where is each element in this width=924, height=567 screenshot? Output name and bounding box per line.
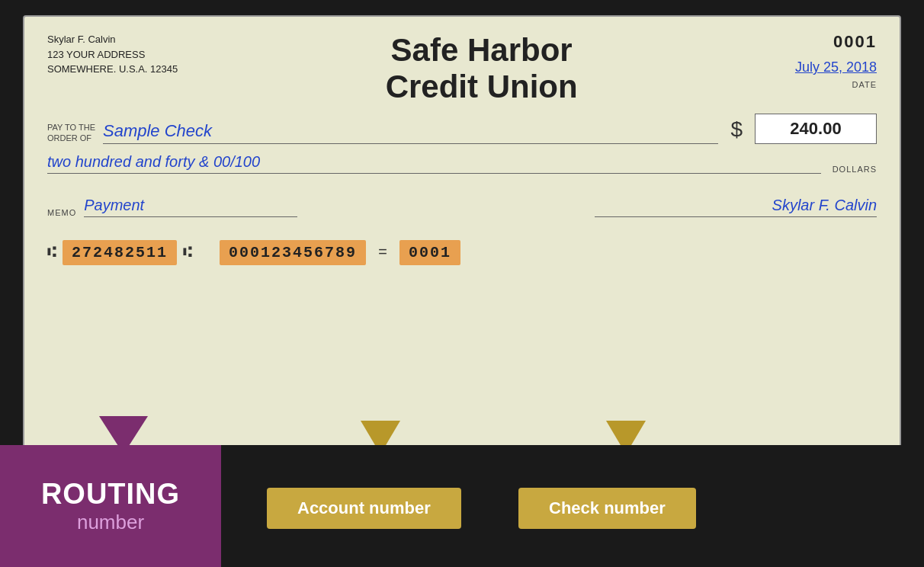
bottom-bar: ROUTING number Account number Check numb… <box>0 445 924 567</box>
micr-symbol-3: = <box>378 244 387 261</box>
dollar-sign: $ <box>730 117 743 144</box>
written-amount-row: two hundred and forty & 00/100 DOLLARS <box>47 153 877 174</box>
check-address: Skylar F. Calvin 123 YOUR ADDRESS SOMEWH… <box>47 32 178 77</box>
dollars-label: DOLLARS <box>833 165 877 174</box>
check-number-section: 0001 July 25, 2018 DATE <box>785 32 877 91</box>
owner-name: Skylar F. Calvin <box>47 32 178 47</box>
payto-line: Sample Check <box>103 121 718 144</box>
routing-number-micr: 272482511 <box>63 240 177 265</box>
check-header: Skylar F. Calvin 123 YOUR ADDRESS SOMEWH… <box>47 32 877 106</box>
signature-value: Skylar F. Calvin <box>772 197 877 213</box>
memo-label: MEMO <box>47 208 76 217</box>
memo-line: Payment <box>84 197 297 217</box>
micr-symbol-2: ⑆ <box>183 244 192 261</box>
account-number-label: Account number <box>297 498 431 517</box>
bank-name: Safe Harbor Credit Union <box>178 32 785 106</box>
memo-value: Payment <box>84 197 144 213</box>
account-number-micr: 000123456789 <box>220 240 366 265</box>
routing-label-bottom: number <box>77 511 144 534</box>
date-value: July 25, 2018 <box>785 59 877 75</box>
amount-box: 240.00 <box>755 114 877 144</box>
micr-row: ⑆ 272482511 ⑆ 000123456789 = 0001 <box>47 240 877 265</box>
date-label: DATE <box>852 80 877 89</box>
account-number-label-box: Account number <box>267 488 461 529</box>
check-number-micr: 0001 <box>399 240 460 265</box>
routing-label-top: ROUTING <box>41 478 180 511</box>
written-line: two hundred and forty & 00/100 <box>47 153 821 174</box>
check-number-top: 0001 <box>785 32 877 52</box>
signature-line: Skylar F. Calvin <box>595 197 877 217</box>
micr-symbol-1: ⑆ <box>47 244 56 261</box>
check-wrapper: Skylar F. Calvin 123 YOUR ADDRESS SOMEWH… <box>23 15 901 460</box>
check-number-label: Check number <box>549 498 666 517</box>
address-line2: SOMEWHERE. U.S.A. 12345 <box>47 62 178 77</box>
payto-row: PAY TO THE ORDER OF Sample Check $ 240.0… <box>47 114 877 144</box>
payto-name: Sample Check <box>103 121 212 140</box>
written-amount: two hundred and forty & 00/100 <box>47 153 260 170</box>
payto-label: PAY TO THE ORDER OF <box>47 122 95 144</box>
address-line1: 123 YOUR ADDRESS <box>47 47 178 62</box>
check-number-label-box: Check number <box>518 488 696 529</box>
routing-label: ROUTING number <box>0 445 221 567</box>
date-section: July 25, 2018 DATE <box>785 59 877 91</box>
check: Skylar F. Calvin 123 YOUR ADDRESS SOMEWH… <box>23 15 901 460</box>
memo-row: MEMO Payment Skylar F. Calvin <box>47 197 877 217</box>
